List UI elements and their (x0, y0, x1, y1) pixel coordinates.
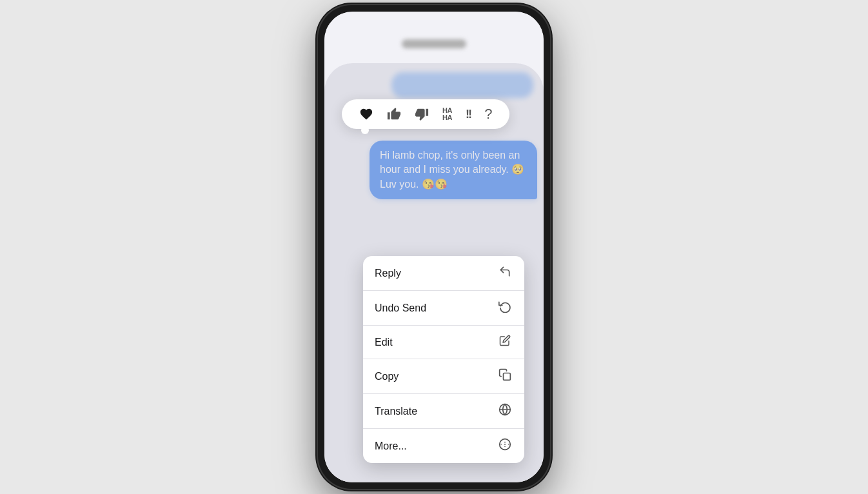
edit-label: Edit (375, 337, 393, 348)
menu-item-reply[interactable]: Reply (363, 256, 524, 291)
reaction-exclaim[interactable]: !! (466, 108, 471, 121)
undo-send-icon (497, 300, 513, 316)
more-icon (497, 438, 513, 454)
reply-icon (497, 265, 513, 281)
menu-item-more[interactable]: More... (363, 429, 524, 463)
edit-icon (497, 335, 513, 350)
svg-rect-0 (504, 373, 511, 380)
menu-item-translate[interactable]: Translate (363, 394, 524, 429)
svg-point-8 (504, 444, 506, 445)
reaction-thumbs-up[interactable] (387, 107, 401, 121)
svg-point-9 (508, 444, 509, 445)
translate-icon (497, 403, 513, 419)
context-menu: Reply Undo Send (363, 256, 524, 463)
translate-label: Translate (375, 406, 417, 417)
phone-wrapper: HAHA !! ? Hi lamb chop, it's only been a… (308, 0, 560, 494)
svg-point-7 (500, 444, 502, 445)
messages-area: HAHA !! ? Hi lamb chop, it's only been a… (324, 63, 544, 482)
screen-header (324, 12, 544, 63)
reaction-bar: HAHA !! ? (342, 99, 509, 129)
reaction-haha[interactable]: HAHA (442, 107, 452, 121)
menu-item-undo-send[interactable]: Undo Send (363, 291, 524, 326)
copy-icon (497, 368, 513, 384)
reaction-thumbs-down[interactable] (415, 107, 429, 121)
reaction-question[interactable]: ? (484, 106, 492, 123)
reaction-heart[interactable] (359, 107, 373, 121)
more-label: More... (375, 440, 407, 452)
undo-send-label: Undo Send (375, 302, 426, 314)
menu-item-copy[interactable]: Copy (363, 359, 524, 394)
phone-frame: HAHA !! ? Hi lamb chop, it's only been a… (318, 5, 550, 489)
menu-item-edit[interactable]: Edit (363, 326, 524, 359)
copy-label: Copy (375, 371, 399, 382)
contact-name-blurred (402, 39, 466, 48)
phone-screen: HAHA !! ? Hi lamb chop, it's only been a… (324, 12, 544, 482)
reply-label: Reply (375, 268, 401, 279)
